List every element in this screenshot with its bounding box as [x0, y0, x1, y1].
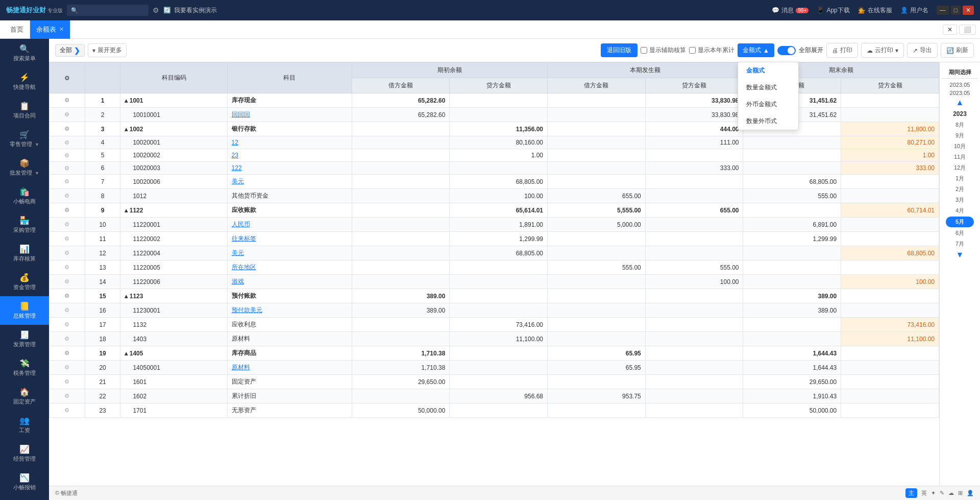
period-nav-down[interactable]: ▼ — [942, 249, 978, 260]
sidebar-item-tax[interactable]: 💸 税务管理 — [0, 353, 49, 382]
sidebar-item-assets[interactable]: 🏠 固定资产 — [0, 382, 49, 411]
row-settings[interactable]: ⚙ — [50, 189, 85, 203]
settings-top-icon[interactable]: ⚙ — [153, 6, 159, 14]
row-name[interactable]: 23 — [227, 149, 352, 162]
row-name[interactable]: 美元 — [227, 175, 352, 189]
row-settings[interactable]: ⚙ — [50, 93, 85, 108]
month-item-7月[interactable]: 7月 — [942, 239, 978, 249]
status-icon-4[interactable]: ⊞ — [958, 490, 963, 496]
row-settings[interactable]: ⚙ — [50, 403, 85, 418]
tab-balance[interactable]: 余额表 ✕ — [30, 20, 70, 39]
search-bar[interactable]: 🔍 — [67, 5, 149, 16]
dropdown-item-qty-fx[interactable]: 数量外币式 — [738, 113, 798, 130]
row-settings[interactable]: ⚙ — [50, 389, 85, 403]
row-settings[interactable]: ⚙ — [50, 149, 85, 162]
refresh-btn[interactable]: 🔃 刷新 — [941, 43, 974, 58]
row-settings[interactable]: ⚙ — [50, 289, 85, 303]
sidebar-item-ops[interactable]: 📈 经营管理 — [0, 439, 49, 468]
row-name[interactable]: 游戏 — [227, 275, 352, 289]
tab-minimize[interactable]: ✕ — [943, 25, 957, 35]
row-settings[interactable]: ⚙ — [50, 303, 85, 318]
print-btn[interactable]: 🖨 打印 — [826, 43, 858, 58]
sidebar-item-project[interactable]: 📋 项目合同 — [0, 96, 49, 125]
sidebar-item-payroll[interactable]: 👥 工资 — [0, 411, 49, 439]
aux-check-input[interactable] — [641, 47, 647, 54]
row-name[interactable]: 122 — [227, 162, 352, 175]
row-settings[interactable]: ⚙ — [50, 260, 85, 275]
row-settings[interactable]: ⚙ — [50, 175, 85, 189]
sidebar-item-ecommerce[interactable]: 🛍️ 小畅电商 — [0, 182, 49, 210]
sidebar-item-wholesale[interactable]: 📦 批发管理 ▼ — [0, 153, 49, 182]
sidebar-item-retail[interactable]: 🛒 零售管理 ▼ — [0, 125, 49, 153]
row-name[interactable]: 人民币 — [227, 218, 352, 232]
row-settings[interactable]: ⚙ — [50, 203, 85, 218]
year-accum-label[interactable]: 显示本年累计 — [689, 46, 734, 55]
minimize-btn[interactable]: — — [937, 6, 949, 15]
sidebar-item-finance[interactable]: 💰 资金管理 — [0, 268, 49, 296]
dropdown-item-qty-amount[interactable]: 数量金额式 — [738, 79, 798, 96]
row-settings[interactable]: ⚙ — [50, 108, 85, 122]
month-item-1月[interactable]: 1月 — [942, 173, 978, 184]
row-settings[interactable]: ⚙ — [50, 318, 85, 332]
status-icon-2[interactable]: ✎ — [940, 490, 944, 496]
month-item-10月[interactable]: 10月 — [942, 141, 978, 152]
period-nav-up[interactable]: ▲ — [942, 97, 978, 108]
service-btn[interactable]: 💁 在线客服 — [858, 6, 892, 15]
sidebar-item-expense[interactable]: 📉 小畅报销 — [0, 468, 49, 496]
sidebar-item-base[interactable]: ℹ️ 基础信息 — [0, 496, 49, 500]
month-item-5月[interactable]: 5月 — [946, 217, 974, 227]
row-settings[interactable]: ⚙ — [50, 162, 85, 175]
month-item-3月[interactable]: 3月 — [942, 195, 978, 205]
tab-home[interactable]: 首页 — [4, 20, 30, 39]
return-old-btn[interactable]: 退回旧版 — [601, 43, 638, 57]
year-accum-input[interactable] — [689, 47, 696, 54]
download-btn[interactable]: 📱 App下载 — [817, 6, 849, 15]
row-settings[interactable]: ⚙ — [50, 332, 85, 346]
sidebar-item-quicknav[interactable]: ⚡ 快捷导航 — [0, 67, 49, 96]
month-item-9月[interactable]: 9月 — [942, 130, 978, 141]
status-icon-5[interactable]: 👤 — [967, 490, 974, 496]
dropdown-item-fx-amount[interactable]: 外币金额式 — [738, 96, 798, 113]
status-icon-1[interactable]: ✦ — [931, 490, 936, 496]
row-settings[interactable]: ⚙ — [50, 361, 85, 375]
row-settings[interactable]: ⚙ — [50, 275, 85, 289]
row-settings[interactable]: ⚙ — [50, 218, 85, 232]
row-settings[interactable]: ⚙ — [50, 232, 85, 246]
row-name[interactable]: 美元 — [227, 246, 352, 260]
sidebar-item-ledger[interactable]: 📒 总账管理 — [0, 296, 49, 325]
user-avatar[interactable]: 👤 用户名 — [900, 6, 928, 15]
tab-expand[interactable]: ⬜ — [959, 25, 976, 35]
row-name[interactable]: 所在地区 — [227, 260, 352, 275]
export-btn[interactable]: ↗ 导出 — [907, 43, 938, 58]
row-settings[interactable]: ⚙ — [50, 346, 85, 361]
expand-more-btn[interactable]: ▾ 展开更多 — [88, 43, 127, 57]
row-name[interactable]: 往来标签 — [227, 232, 352, 246]
row-settings[interactable]: ⚙ — [50, 122, 85, 136]
month-item-8月[interactable]: 8月 — [942, 120, 978, 130]
row-name[interactable]: 原材料 — [227, 361, 352, 375]
filter-path-arrow[interactable]: ❯ — [74, 46, 80, 55]
sidebar-item-purchase[interactable]: 🏪 采购管理 — [0, 210, 49, 239]
month-item-12月[interactable]: 12月 — [942, 162, 978, 173]
expand-all-toggle[interactable]: 全部展开 — [777, 46, 823, 55]
sidebar-item-search[interactable]: 🔍 搜索菜单 — [0, 39, 49, 67]
row-settings[interactable]: ⚙ — [50, 375, 85, 389]
month-item-11月[interactable]: 11月 — [942, 152, 978, 162]
status-btn-main[interactable]: 主 — [905, 488, 917, 498]
message-btn[interactable]: 💬 消息 99+ — [772, 6, 808, 15]
row-name[interactable]: 预付款美元 — [227, 303, 352, 318]
maximize-btn[interactable]: □ — [951, 6, 961, 15]
month-item-2月[interactable]: 2月 — [942, 184, 978, 195]
amount-mode-btn[interactable]: 金额式 ▲ — [738, 43, 774, 57]
month-item-6月[interactable]: 6月 — [942, 228, 978, 239]
status-lang[interactable]: 英 — [921, 489, 927, 497]
aux-check-label[interactable]: 显示辅助核算 — [641, 46, 686, 55]
sidebar-item-invoice[interactable]: 🧾 发票管理 — [0, 325, 49, 353]
month-item-4月[interactable]: 4月 — [942, 205, 978, 216]
cloud-print-btn[interactable]: ☁ 云打印 ▾ — [861, 43, 904, 58]
row-settings[interactable]: ⚙ — [50, 246, 85, 260]
sidebar-item-inventory[interactable]: 📊 库存核算 — [0, 239, 49, 268]
tab-balance-close[interactable]: ✕ — [59, 26, 64, 33]
row-name[interactable]: 回回回 — [227, 108, 352, 122]
status-icon-3[interactable]: ☁ — [948, 490, 954, 496]
